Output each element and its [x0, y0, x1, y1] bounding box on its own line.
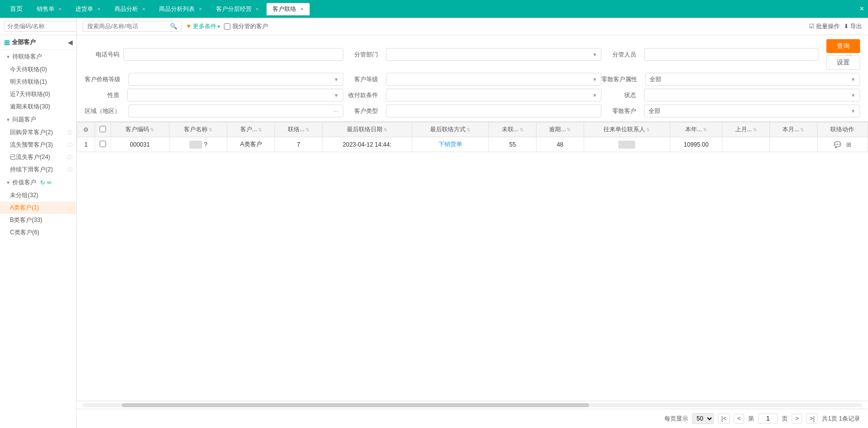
sort-type-icon[interactable]: ⇅	[258, 127, 262, 132]
sidebar-search-area: 🔍	[0, 18, 76, 35]
filter-select-retail-attr[interactable]: 全部 ▼	[645, 73, 860, 86]
table-settings-icon[interactable]: ⚙	[83, 126, 89, 133]
sidebar-group-problem-customer[interactable]: ▼ 问题客户	[0, 113, 76, 126]
sidebar-search-input[interactable]	[4, 21, 77, 32]
col-checkbox[interactable]	[95, 122, 111, 137]
filter-search-icon[interactable]: 🔍	[170, 23, 177, 30]
refresh-icon[interactable]: ↻	[40, 179, 45, 186]
action-qr-icon[interactable]: ⊞	[846, 141, 851, 148]
edit-icon[interactable]: ✏	[47, 179, 52, 186]
sidebar-item-7day-contact[interactable]: 近7天待联络(0)	[0, 88, 76, 101]
row-last-contact-method[interactable]: 下销货单	[412, 137, 488, 152]
sidebar-item-today-contact[interactable]: 今天待联络(0)	[0, 63, 76, 76]
nav-tab-product-analysis[interactable]: 商品分析 ×	[108, 3, 151, 15]
page-number-input[interactable]	[758, 414, 778, 424]
sidebar-group-pending-contact[interactable]: ▼ 待联络客户	[0, 50, 76, 63]
close-customer-contact-tab-icon[interactable]: ×	[300, 6, 303, 12]
filter-label-price-level: 客户价格等级	[85, 75, 120, 84]
last-page-button[interactable]: >|	[806, 414, 818, 424]
filter-row-price-level: 客户价格等级 ▼	[85, 73, 343, 86]
contact-method-link[interactable]: 下销货单	[438, 141, 462, 148]
sort-code-icon[interactable]: ⇅	[150, 127, 154, 132]
sidebar-item-declining[interactable]: 持续下滑客户(2) ⓘ	[0, 163, 76, 176]
row-checkbox[interactable]	[100, 141, 106, 147]
sidebar-all-customers-header[interactable]: ⊞ 全部客户 ◀	[0, 35, 76, 50]
filter-select-nature[interactable]: ▼	[127, 89, 343, 102]
sort-company-icon[interactable]: ⇅	[646, 127, 650, 132]
close-all-tabs-icon[interactable]: ×	[860, 4, 864, 13]
row-current-year-amount: 10995.00	[670, 137, 722, 152]
sidebar-group-value-customer[interactable]: ▼ 价值客户 ↻ ✏	[0, 176, 76, 189]
nav-tab-customer-contact[interactable]: 客户联络 ×	[267, 3, 309, 15]
action-chat-icon[interactable]: 💬	[834, 141, 841, 148]
top-navigation: 首页 销售单 × 进货单 × 商品分析 × 商品分析列表 × 客户分层经营 × …	[0, 0, 868, 18]
sort-lastmonth-icon[interactable]: ⇅	[753, 127, 757, 132]
col-settings[interactable]: ⚙	[77, 122, 95, 137]
row-customer-type: A类客户	[227, 137, 275, 152]
sidebar-item-b-class[interactable]: B类客户(33)	[0, 214, 76, 226]
filter-select-status[interactable]: ▼	[644, 89, 860, 102]
nav-tab-sales[interactable]: 销售单 ×	[31, 3, 67, 15]
sort-date-icon[interactable]: ⇅	[383, 127, 387, 132]
filter-select-customer-level[interactable]: ▼	[386, 73, 602, 86]
sort-year-icon[interactable]: ⇅	[703, 127, 707, 132]
prev-page-button[interactable]: <	[734, 414, 744, 424]
retail-customer-arrow-icon: ▼	[851, 108, 856, 114]
sidebar-item-a-class[interactable]: A类客户(1)	[0, 202, 76, 214]
sidebar-item-unclassified[interactable]: 未分组(32)	[0, 189, 76, 202]
select-all-checkbox[interactable]	[100, 126, 106, 132]
filter-select-dept[interactable]: ▼	[386, 48, 602, 61]
sort-method-icon[interactable]: ⇅	[467, 127, 471, 132]
manager-more-icon[interactable]: ···	[846, 51, 852, 58]
sidebar-item-tomorrow-contact[interactable]: 明天待联络(1)	[0, 76, 76, 88]
my-customers-checkbox-label[interactable]: 我分管的客户	[224, 22, 268, 31]
settings-button[interactable]: 设置	[826, 55, 860, 70]
sort-curmonth-icon[interactable]: ⇅	[800, 127, 804, 132]
region-more-icon[interactable]: ···	[333, 107, 339, 115]
sort-uncontacted-icon[interactable]: ⇅	[520, 127, 524, 132]
nav-home[interactable]: 首页	[4, 2, 29, 15]
export-button[interactable]: ⬇ 导出	[844, 22, 862, 31]
col-customer-code: 客户编码⇅	[111, 122, 169, 137]
sidebar-item-churned[interactable]: 已流失客户(24) ⓘ	[0, 151, 76, 163]
filter-input-manager[interactable]	[644, 48, 818, 61]
col-last-contact-date: 最后联络日期⇅	[323, 122, 412, 137]
query-button[interactable]: 查询	[826, 39, 860, 53]
next-page-button[interactable]: >	[792, 414, 802, 424]
filter-select-price-level[interactable]: ▼	[128, 73, 343, 86]
sidebar-item-repurchase-abnormal[interactable]: 回购异常客户(2) ⓘ	[0, 126, 76, 139]
content-area: 🔍 ▼ 更多条件 ▾ 我分管的客户 ☑ 批量操作 ⬇ 导出	[77, 18, 868, 428]
batch-operations-button[interactable]: ☑ 批量操作	[809, 22, 840, 31]
scrollbar-track[interactable]	[83, 403, 862, 407]
nav-tab-product-list[interactable]: 商品分析列表 ×	[153, 3, 208, 15]
sort-contact-icon[interactable]: ⇅	[306, 127, 310, 132]
sidebar-collapse-icon[interactable]: ◀	[68, 39, 72, 46]
filter-input-region[interactable]: ···	[128, 105, 343, 117]
horizontal-scrollbar[interactable]	[77, 401, 868, 409]
filter-input-customer-type[interactable]	[386, 105, 602, 117]
sort-name-icon[interactable]: ⇅	[209, 127, 213, 132]
close-customer-tier-tab-icon[interactable]: ×	[256, 6, 259, 12]
sidebar-item-churn-warning[interactable]: 流失预警客户(3) ⓘ	[0, 139, 76, 151]
sidebar-item-c-class[interactable]: C类客户(6)	[0, 226, 76, 239]
filter-more-conditions[interactable]: ▼ 更多条件 ▾	[186, 22, 220, 31]
scrollbar-thumb[interactable]	[122, 403, 590, 407]
row-action-buttons[interactable]: 💬 ⊞	[817, 137, 868, 152]
filter-select-retail-customer[interactable]: 全部 ▼	[644, 105, 860, 117]
filter-search-box[interactable]: 🔍	[83, 21, 182, 32]
nav-tab-customer-tier[interactable]: 客户分层经营 ×	[210, 3, 265, 15]
close-product-list-tab-icon[interactable]: ×	[199, 6, 202, 12]
filter-select-payment[interactable]: ▼	[386, 89, 602, 102]
sort-overdue-icon[interactable]: ⇅	[567, 127, 571, 132]
filter-input-phone[interactable]	[123, 48, 343, 61]
per-page-select[interactable]: 50	[692, 413, 714, 424]
my-customers-checkbox[interactable]	[224, 23, 230, 30]
close-sales-tab-icon[interactable]: ×	[58, 6, 61, 12]
nav-tab-purchase[interactable]: 进货单 ×	[69, 3, 106, 15]
close-product-analysis-tab-icon[interactable]: ×	[142, 6, 145, 12]
row-checkbox-cell[interactable]	[95, 137, 111, 152]
sidebar-item-overdue-contact[interactable]: 逾期未联络(30)	[0, 101, 76, 113]
close-purchase-tab-icon[interactable]: ×	[97, 6, 100, 12]
filter-search-input[interactable]	[87, 23, 168, 30]
first-page-button[interactable]: |<	[718, 414, 730, 424]
